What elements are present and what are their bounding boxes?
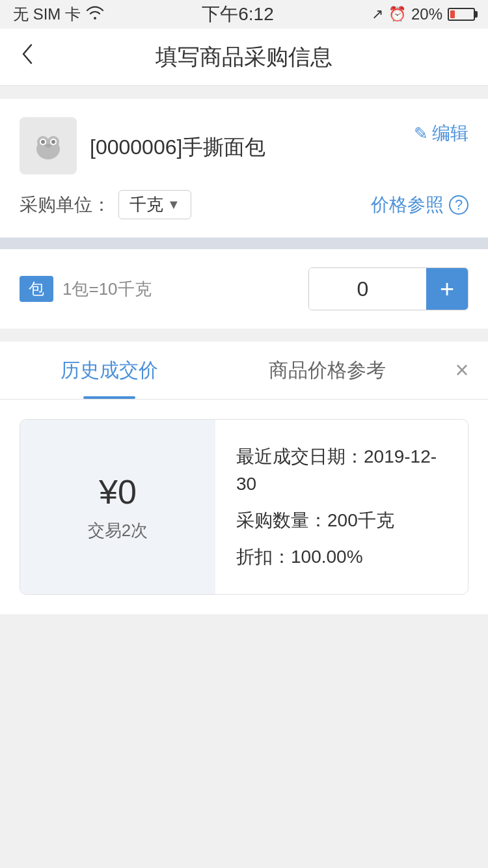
history-card: ¥0 交易2次 最近成交日期：2019-12-30 采购数量：200千克 折扣：… xyxy=(20,419,468,595)
product-left: [0000006]手撕面包 xyxy=(20,117,265,174)
battery-icon xyxy=(448,8,475,21)
status-left: 无 SIM 卡 xyxy=(13,4,104,25)
wifi-icon xyxy=(86,5,104,23)
tab-product-price-ref-label: 商品价格参考 xyxy=(269,357,386,384)
back-button[interactable] xyxy=(18,40,36,74)
location-icon: ↗ xyxy=(372,6,383,23)
unit-row: 采购单位： 千克 ▼ xyxy=(20,190,191,219)
edit-icon: ✎ xyxy=(414,124,428,144)
unit-select[interactable]: 千克 ▼ xyxy=(118,190,191,219)
carrier-text: 无 SIM 卡 xyxy=(13,4,81,25)
status-bar: 无 SIM 卡 下午6:12 ↗ ⏰ 20% xyxy=(0,0,488,29)
battery-percent: 20% xyxy=(411,5,442,23)
help-icon[interactable]: ? xyxy=(449,195,468,215)
close-icon: × xyxy=(455,357,468,384)
tabs-close-button[interactable]: × xyxy=(436,342,488,399)
unit-arrow: ▼ xyxy=(167,197,180,212)
currency-symbol: ¥ xyxy=(99,473,118,511)
recent-date-line: 最近成交日期：2019-12-30 xyxy=(236,443,447,498)
discount-value: 100.00% xyxy=(291,547,363,567)
svg-point-5 xyxy=(41,140,45,144)
quantity-input[interactable] xyxy=(309,268,426,310)
trade-count: 交易2次 xyxy=(88,519,148,542)
quantity-info-value: 200千克 xyxy=(327,510,394,530)
tab-history-price[interactable]: 历史成交价 xyxy=(0,342,218,399)
history-price-left: ¥0 交易2次 xyxy=(20,420,215,594)
tabs-section: 历史成交价 商品价格参考 × ¥0 交易2次 最近成交日期：20 xyxy=(0,342,488,614)
discount-label: 折扣： xyxy=(236,547,291,567)
quantity-row: 包 1包=10千克 + xyxy=(0,249,488,329)
plus-icon: + xyxy=(440,275,454,303)
product-card: [0000006]手撕面包 ✎ 编辑 采购单位： 千克 ▼ 价格参照 ? xyxy=(0,99,488,237)
time-display: 下午6:12 xyxy=(202,2,274,27)
product-name: [0000006]手撕面包 xyxy=(90,129,265,162)
quantity-label: 包 1包=10千克 xyxy=(20,276,152,302)
product-footer: 采购单位： 千克 ▼ 价格参照 ? xyxy=(20,190,468,219)
quantity-info-label: 采购数量： xyxy=(236,510,327,530)
status-right: ↗ ⏰ 20% xyxy=(372,5,475,23)
nav-bar: 填写商品采购信息 xyxy=(0,29,488,86)
price-ref-button[interactable]: 价格参照 ? xyxy=(371,193,468,217)
unit-value: 千克 xyxy=(129,193,163,216)
bag-badge: 包 xyxy=(20,276,53,302)
svg-point-6 xyxy=(51,140,55,144)
alarm-icon: ⏰ xyxy=(388,6,406,23)
price-display: ¥0 xyxy=(99,472,137,511)
history-details-right: 最近成交日期：2019-12-30 采购数量：200千克 折扣：100.00% xyxy=(215,420,468,594)
history-content: ¥0 交易2次 最近成交日期：2019-12-30 采购数量：200千克 折扣：… xyxy=(0,400,488,614)
unit-label: 采购单位： xyxy=(20,193,111,217)
section-divider xyxy=(0,237,488,249)
quantity-input-group: + xyxy=(308,267,468,310)
product-header: [0000006]手撕面包 ✎ 编辑 xyxy=(20,117,468,174)
main-content: 历史成交价 商品价格参考 × ¥0 交易2次 最近成交日期：20 xyxy=(0,342,488,732)
tabs-header: 历史成交价 商品价格参考 × xyxy=(0,342,488,400)
product-thumbnail xyxy=(20,117,77,174)
quantity-line: 采购数量：200千克 xyxy=(236,507,447,534)
page-title: 填写商品采购信息 xyxy=(156,42,332,72)
svg-point-7 xyxy=(45,144,51,148)
tab-product-price-ref[interactable]: 商品价格参考 xyxy=(218,342,436,399)
question-mark: ? xyxy=(455,197,463,213)
edit-label: 编辑 xyxy=(432,121,468,146)
quantity-plus-button[interactable]: + xyxy=(426,268,468,310)
edit-button[interactable]: ✎ 编辑 xyxy=(414,117,468,146)
price-value: 0 xyxy=(118,473,137,511)
tab-history-price-label: 历史成交价 xyxy=(61,357,158,384)
price-ref-label: 价格参照 xyxy=(371,193,444,217)
recent-date-label: 最近成交日期： xyxy=(236,446,364,467)
discount-line: 折扣：100.00% xyxy=(236,543,447,571)
bag-unit-desc: 1包=10千克 xyxy=(62,278,152,301)
